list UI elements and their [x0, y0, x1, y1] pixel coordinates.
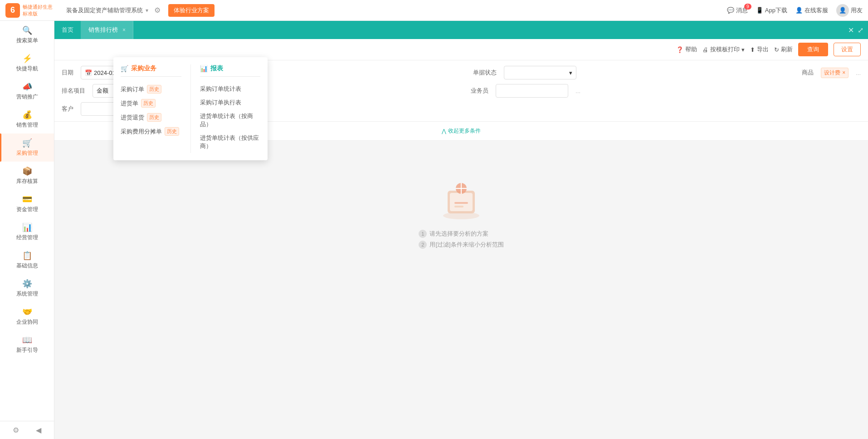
header-right: 💬 消息 9 📱 App下载 👤 在线客服 👤 用友 — [727, 4, 863, 17]
sidebar-nav: 🔍 搜索菜单 ⚡ 快捷导航 📣 营销推广 💰 销售管理 🛒 采购管理 📦 — [0, 21, 54, 359]
menu-divider — [190, 64, 191, 153]
tab-sales-ranking-label: 销售排行榜 — [88, 26, 118, 34]
purchase-return-history[interactable]: 历史 — [147, 113, 161, 122]
tab-home-label: 首页 — [62, 26, 73, 34]
query-button[interactable]: 查询 — [798, 43, 828, 56]
svg-rect-6 — [454, 202, 468, 204]
sidebar-item-inventory[interactable]: 📦 库存核算 — [0, 162, 54, 190]
sidebar-item-label: 系统管理 — [16, 290, 38, 298]
report-section: 📊 报表 采购订单统计表 采购订单执行表 进货单统计表（按商品） 进货单统计表（… — [200, 64, 261, 153]
purchase-expense-history[interactable]: 历史 — [165, 127, 179, 136]
empty-illustration — [434, 177, 488, 222]
sidebar-item-enterprise[interactable]: 🤝 企业协同 — [0, 302, 54, 330]
sidebar-item-finance[interactable]: 💳 资金管理 — [0, 190, 54, 218]
sidebar-bottom: ⚙ ◀ — [0, 421, 54, 439]
print-icon: 🖨 — [702, 46, 708, 53]
refresh-button[interactable]: ↻ 刷新 — [774, 45, 793, 54]
tip-text-2: 用[过滤]条件来缩小分析范围 — [429, 241, 503, 249]
doc-status-select[interactable]: ▾ — [504, 66, 576, 79]
system-dropdown-arrow[interactable]: ▾ — [146, 7, 148, 14]
sidebar-item-label: 库存核算 — [16, 178, 38, 185]
salesman-select[interactable] — [496, 84, 568, 98]
purchase-expense-label: 采购费用分摊单 — [121, 128, 162, 136]
purchase-section-title: 🛒 采购业务 — [121, 64, 181, 77]
sidebar-item-label: 销售管理 — [16, 121, 38, 129]
search-icon: 🔍 — [22, 25, 32, 35]
salesman-dots[interactable]: ... — [575, 88, 580, 94]
empty-tip-2: 2 用[过滤]条件来缩小分析范围 — [419, 241, 503, 249]
quick-nav-icon: ⚡ — [22, 54, 32, 64]
user-button[interactable]: 👤 用友 — [836, 4, 863, 17]
header-left: 6 畅捷通好生意 标准版 装备及固定资产辅助管理系统 ▾ ⚙ 体验行业方案 — [5, 3, 215, 18]
purchase-order-label: 采购订单 — [121, 85, 144, 94]
purchase-receipt-history[interactable]: 历史 — [141, 99, 156, 108]
refresh-icon: ↻ — [774, 46, 779, 53]
date-label: 日期 — [62, 69, 73, 77]
empty-state: 1 请先选择要分析的方案 2 用[过滤]条件来缩小分析范围 — [54, 141, 868, 285]
industry-button[interactable]: 体验行业方案 — [168, 4, 215, 17]
tab-home[interactable]: 首页 — [54, 21, 81, 39]
message-button[interactable]: 💬 消息 9 — [727, 6, 748, 15]
sidebar-item-quick-nav[interactable]: ⚡ 快捷导航 — [0, 49, 54, 77]
goods-label: 商品 — [802, 69, 814, 77]
tab-sales-ranking[interactable]: 销售排行榜 × — [81, 21, 133, 39]
logo-area: 6 畅捷通好生意 标准版 — [5, 3, 60, 18]
collapse-label: 收起更多条件 — [448, 127, 481, 135]
settings-icon-button[interactable]: ⚙ — [151, 4, 164, 17]
goods-tag-close[interactable]: × — [842, 69, 845, 76]
menu-item-purchase-expense[interactable]: 采购费用分摊单 历史 — [121, 124, 181, 138]
sidebar-settings-icon[interactable]: ⚙ — [13, 426, 19, 434]
sidebar-item-label: 企业协同 — [16, 318, 38, 326]
export-button[interactable]: ⬆ 导出 — [750, 45, 769, 54]
customer-label: 客户 — [62, 105, 73, 113]
guide-icon: 📖 — [22, 335, 32, 345]
report-section-icon: 📊 — [200, 65, 208, 72]
export-icon: ⬆ — [750, 46, 755, 53]
app-download-button[interactable]: 📱 App下载 — [756, 6, 787, 15]
logo-text: 畅捷通好生意 标准版 — [23, 4, 53, 17]
menu-item-receipt-stat-supplier[interactable]: 进货单统计表（按供应商） — [200, 131, 261, 153]
collapse-button[interactable]: ⋀ 收起更多条件 — [439, 124, 483, 138]
tab-fullscreen-icon[interactable]: ⤢ — [858, 26, 863, 35]
sidebar-item-label: 快捷导航 — [16, 65, 38, 73]
calendar-icon: 📅 — [85, 69, 92, 76]
menu-item-purchase-return[interactable]: 进货退货 历史 — [121, 110, 181, 124]
sidebar-item-purchase[interactable]: 🛒 采购管理 — [0, 133, 54, 162]
rank-label: 排名项目 — [62, 87, 85, 95]
rank-value: 金额 — [97, 87, 108, 95]
sidebar-item-guide[interactable]: 📖 新手引导 — [0, 330, 54, 359]
operations-icon: 📊 — [22, 222, 32, 232]
sidebar-item-basic-info[interactable]: 📋 基础信息 — [0, 246, 54, 274]
menu-item-purchase-order[interactable]: 采购订单 历史 — [121, 82, 181, 96]
sidebar-item-operations[interactable]: 📊 经营管理 — [0, 218, 54, 246]
menu-item-order-stat[interactable]: 采购订单统计表 — [200, 82, 261, 96]
sidebar-item-label: 营销推广 — [16, 93, 38, 101]
sidebar-item-sales[interactable]: 💰 销售管理 — [0, 105, 54, 133]
tab-bar-actions: ✕ ⤢ — [848, 26, 868, 35]
doc-status-arrow: ▾ — [569, 69, 572, 76]
help-button[interactable]: ❓ 帮助 — [676, 45, 697, 54]
tip-num-1: 1 — [419, 230, 427, 238]
tab-close-window-icon[interactable]: ✕ — [848, 26, 854, 35]
menu-item-receipt-stat-goods[interactable]: 进货单统计表（按商品） — [200, 109, 261, 131]
purchase-order-history[interactable]: 历史 — [147, 85, 161, 94]
sidebar-item-system[interactable]: ⚙️ 系统管理 — [0, 274, 54, 302]
menu-item-order-exec[interactable]: 采购订单执行表 — [200, 96, 261, 109]
online-service-button[interactable]: 👤 在线客服 — [795, 6, 828, 15]
sidebar-item-marketing[interactable]: 📣 营销推广 — [0, 77, 54, 105]
sidebar-item-search[interactable]: 🔍 搜索菜单 — [0, 21, 54, 49]
tab-close-icon[interactable]: × — [122, 27, 126, 33]
settings-button[interactable]: 设置 — [834, 43, 861, 56]
svg-rect-7 — [454, 206, 463, 207]
goods-dots[interactable]: ... — [856, 69, 861, 76]
menu-item-purchase-receipt[interactable]: 进货单 历史 — [121, 96, 181, 110]
sidebar-item-label: 资金管理 — [16, 206, 38, 213]
purchase-section: 🛒 采购业务 采购订单 历史 进货单 历史 进货退货 历史 — [121, 64, 181, 153]
system-icon: ⚙️ — [22, 279, 32, 289]
print-button[interactable]: 🖨 按模板打印 ▾ — [702, 45, 745, 54]
sidebar-collapse-icon[interactable]: ◀ — [36, 426, 41, 434]
phone-icon: 📱 — [756, 7, 763, 14]
message-icon: 💬 — [727, 7, 734, 14]
sidebar-item-label: 采购管理 — [16, 149, 38, 157]
purchase-receipt-label: 进货单 — [121, 99, 138, 108]
